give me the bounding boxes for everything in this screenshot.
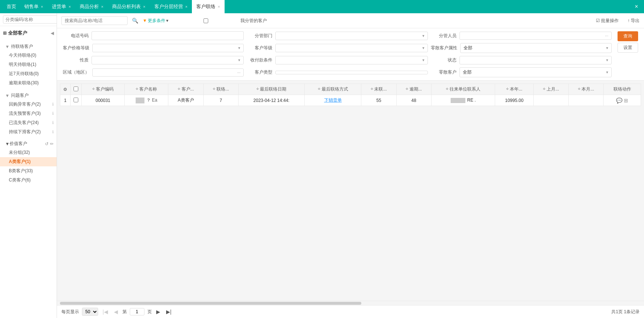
last-contact-link[interactable]: 下销货单 bbox=[324, 98, 342, 103]
query-button[interactable]: 查询 bbox=[618, 31, 638, 41]
price-level-arrow: ▾ bbox=[238, 46, 240, 50]
per-page-select[interactable]: 50 bbox=[82, 308, 98, 316]
filter-icon: ▼ bbox=[143, 18, 147, 23]
filter-row-2: 客户价格等级 ▾ 客户等级 ▾ bbox=[63, 43, 612, 53]
filter-row-1: 电话号码 分管部门 ▾ 分管人员 bbox=[63, 31, 612, 40]
filter-manager-select[interactable]: ··· bbox=[459, 32, 612, 40]
my-customers-checkbox[interactable] bbox=[173, 18, 239, 23]
nav-tab-purchase[interactable]: 进货单 × bbox=[47, 0, 75, 13]
filter-retail-customer-select[interactable]: 全部 ▾ bbox=[459, 67, 612, 77]
page-label: 第 bbox=[122, 309, 127, 315]
batch-operation-button[interactable]: ☑ 批量操作 bbox=[596, 18, 619, 24]
close-analysis-tab[interactable]: × bbox=[101, 4, 103, 9]
nav-tab-sales[interactable]: 销售单 × bbox=[20, 0, 47, 13]
first-page-button[interactable]: |◀ bbox=[101, 309, 110, 315]
nav-tab-customer-contact[interactable]: 客户联络 × bbox=[192, 0, 224, 13]
table-header-gear[interactable]: ⚙ bbox=[60, 84, 71, 95]
per-page-label: 每页显示 bbox=[61, 309, 79, 315]
row-unit-contact: RE . bbox=[431, 95, 495, 106]
filter-nature-select[interactable]: ▾ bbox=[92, 56, 244, 64]
filter-retail-attr-select[interactable]: 全部 ▾ bbox=[460, 43, 612, 53]
sidebar-item-c-class[interactable]: C类客户(6) bbox=[0, 176, 57, 185]
sidebar-item-7days-contact[interactable]: 近7天待联络(0) bbox=[0, 69, 57, 78]
value-customer-icons: ↺ ✏ bbox=[45, 141, 54, 146]
payment-arrow: ▾ bbox=[422, 58, 425, 63]
filter-region: 区域（地区） ··· bbox=[63, 68, 244, 77]
table-header-checkbox[interactable] bbox=[71, 84, 82, 95]
edit-icon[interactable]: ✏ bbox=[50, 141, 54, 146]
close-customer-tier-tab[interactable]: × bbox=[185, 4, 187, 9]
horizontal-scrollbar[interactable] bbox=[57, 301, 644, 305]
close-analysis-list-tab[interactable]: × bbox=[143, 4, 145, 9]
problem-customers-header[interactable]: ▼ 问题客户 bbox=[0, 91, 57, 100]
sidebar-item-overdue-contact[interactable]: 逾期未联络(30) bbox=[0, 78, 57, 88]
sidebar-item-b-class[interactable]: B类客户(33) bbox=[0, 166, 57, 176]
last-page-button[interactable]: ▶| bbox=[165, 309, 173, 315]
refresh-icon[interactable]: ↺ bbox=[45, 141, 49, 146]
select-all-checkbox[interactable] bbox=[74, 86, 78, 91]
row-checkbox[interactable] bbox=[74, 98, 78, 102]
nav-tab-customer-tier[interactable]: 客户分层经营 × bbox=[150, 0, 192, 13]
page-suffix: 页 bbox=[147, 309, 152, 315]
filter-payment-select[interactable]: ▾ bbox=[275, 56, 427, 64]
settings-button[interactable]: 设置 bbox=[618, 43, 638, 53]
top-close-button[interactable]: × bbox=[632, 3, 641, 10]
nav-tab-analysis[interactable]: 商品分析 × bbox=[75, 0, 108, 13]
filter-price-level-select[interactable]: ▾ bbox=[92, 44, 244, 52]
filter-customer-level-select[interactable]: ▾ bbox=[275, 44, 427, 52]
filter-retail-customer-label: 零散客户 bbox=[431, 69, 457, 75]
nav-home[interactable]: 首页 bbox=[3, 3, 20, 10]
close-customer-contact-tab[interactable]: × bbox=[218, 4, 220, 9]
row-customer-type: A类客户 bbox=[168, 95, 203, 106]
close-sales-tab[interactable]: × bbox=[41, 4, 43, 9]
page-input[interactable] bbox=[130, 308, 144, 315]
sidebar-item-a-class[interactable]: A类客户(1) bbox=[0, 157, 57, 166]
sidebar-search-input[interactable] bbox=[3, 15, 57, 24]
row-checkbox-cell[interactable] bbox=[71, 95, 82, 106]
filter-customer-type-input[interactable] bbox=[275, 71, 427, 74]
search-input[interactable] bbox=[61, 16, 128, 25]
sidebar-all-customers-header[interactable]: ⊞ 全部客户 ◀ bbox=[0, 28, 57, 39]
chat-icon[interactable]: 💬 bbox=[616, 98, 622, 103]
close-purchase-tab[interactable]: × bbox=[68, 4, 71, 9]
content-area: 🔍 ▼ 更多条件 ▾ 我分管的客户 ☑ 批量操作 ↑ 导出 bbox=[57, 13, 644, 318]
filter-status-select[interactable]: ▾ bbox=[459, 56, 612, 64]
row-no: 1 bbox=[60, 95, 71, 106]
prev-page-button[interactable]: ◀ bbox=[112, 309, 119, 315]
sidebar-item-ungrouped[interactable]: 未分组(32) bbox=[0, 148, 57, 157]
filter-department-select[interactable]: ▾ bbox=[275, 32, 427, 40]
my-customers-checkbox-label[interactable]: 我分管的客户 bbox=[173, 18, 267, 24]
more-filter-button[interactable]: ▼ 更多条件 ▾ bbox=[143, 18, 168, 24]
sidebar-item-declining[interactable]: 持续下滑客户(2) ℹ bbox=[0, 127, 57, 137]
row-last-contact-way[interactable]: 下销货单 bbox=[304, 95, 361, 106]
sidebar-item-tomorrow-contact[interactable]: 明天待联络(1) bbox=[0, 60, 57, 69]
sidebar-item-abnormal-repurchase[interactable]: 回购异常客户(2) ℹ bbox=[0, 100, 57, 109]
filter-price-level: 客户价格等级 ▾ bbox=[63, 44, 244, 52]
row-not-contacted: 55 bbox=[361, 95, 396, 106]
sidebar-item-loss-warning[interactable]: 流失预警客户(3) ℹ bbox=[0, 109, 57, 118]
table-header-this-month: ÷ 本月... bbox=[569, 84, 604, 95]
advanced-filter: 电话号码 分管部门 ▾ 分管人员 bbox=[57, 28, 644, 81]
contact-placeholder bbox=[451, 98, 465, 103]
table-header-unit-contact: ÷ 往来单位联系人 bbox=[431, 84, 495, 95]
filter-phone-input[interactable] bbox=[92, 31, 244, 40]
sidebar-item-lost[interactable]: 已流失客户(24) ℹ bbox=[0, 118, 57, 127]
export-button[interactable]: ↑ 导出 bbox=[627, 18, 640, 24]
filter-row-4: 区域（地区） ··· 客户类型 零散客户 bbox=[63, 67, 612, 77]
row-code: 000031 bbox=[82, 95, 125, 106]
filter-phone-label: 电话号码 bbox=[63, 33, 89, 39]
qr-icon[interactable]: ⊞ bbox=[624, 98, 628, 103]
filter-department-label: 分管部门 bbox=[247, 33, 272, 39]
row-name: ？ Ea bbox=[125, 95, 168, 106]
sidebar-all-customers-section: ⊞ 全部客户 ◀ bbox=[0, 26, 57, 40]
scroll-thumb[interactable] bbox=[60, 302, 361, 305]
row-actions[interactable]: 💬 ⊞ bbox=[604, 95, 641, 106]
search-button[interactable]: 🔍 bbox=[132, 18, 138, 24]
arrow-icon-3: ▼ bbox=[5, 141, 10, 146]
sidebar-item-today-contact[interactable]: 今天待联络(0) bbox=[0, 51, 57, 60]
pending-contact-header[interactable]: ▼ 待联络客户 bbox=[0, 42, 57, 51]
next-page-button[interactable]: ▶ bbox=[155, 309, 162, 315]
retail-attr-arrow: ▾ bbox=[606, 46, 608, 50]
nav-tab-analysis-list[interactable]: 商品分析列表 × bbox=[108, 0, 150, 13]
filter-region-select[interactable]: ··· bbox=[92, 68, 244, 77]
